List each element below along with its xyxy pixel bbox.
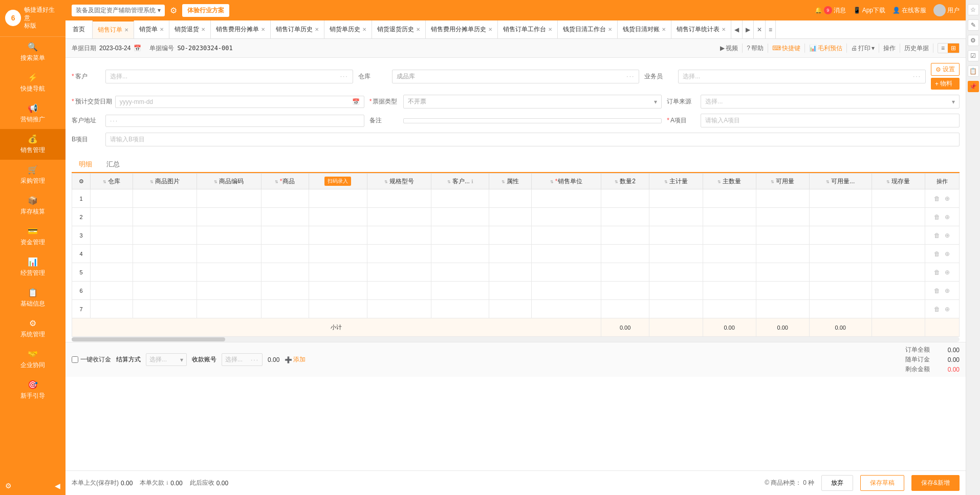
cell-unit-4[interactable] — [532, 245, 601, 263]
cell-spec-1[interactable] — [367, 189, 431, 208]
cell-main-qty-2[interactable] — [703, 208, 756, 226]
save-draft-btn[interactable]: 保存草稿 — [860, 475, 904, 491]
cell-product-6[interactable] — [261, 282, 309, 300]
tab-销货退货[interactable]: 销货退货✕ — [169, 20, 211, 38]
delete-icon-6[interactable]: 🗑 — [934, 287, 940, 294]
cell-code-6[interactable] — [197, 282, 261, 300]
cell-spec-2[interactable] — [367, 208, 431, 226]
tab-销售订单工作台[interactable]: 销售订单工作台✕ — [498, 20, 558, 38]
address-input[interactable]: ··· — [105, 115, 364, 127]
sidebar-item-采购管理[interactable]: 🛒采购管理 — [0, 160, 66, 190]
cell-main-unit-5[interactable] — [649, 263, 703, 282]
cell-customer-code-6[interactable] — [431, 282, 489, 300]
account-select[interactable]: 选择... ··· — [222, 353, 263, 366]
cell-available-2[interactable] — [756, 208, 809, 226]
cell-actions-3[interactable]: 🗑 ⊕ — [925, 226, 959, 245]
b-project-input[interactable]: 请输入B项目 — [105, 133, 960, 146]
cell-code-1[interactable] — [197, 189, 261, 208]
industry-btn[interactable]: 体验行业方案 — [182, 4, 229, 17]
tab-detail[interactable]: 明细 — [72, 157, 99, 173]
cell-spec-5[interactable] — [367, 263, 431, 282]
cell-customer-code-4[interactable] — [431, 245, 489, 263]
sidebar-item-快捷导航[interactable]: ⚡快捷导航 — [0, 68, 66, 98]
notifications[interactable]: 🔔 9 消息 — [815, 6, 846, 15]
batch-settle-input[interactable] — [72, 356, 78, 363]
list-view-btn[interactable]: ≡ — [938, 44, 948, 53]
cell-stock-2[interactable] — [872, 208, 925, 226]
app-name[interactable]: 装备及固定资产辅助管理系统 ▾ — [72, 5, 165, 16]
cell-code-2[interactable] — [197, 208, 261, 226]
cell-barcode-4[interactable] — [309, 245, 367, 263]
cell-unit-7[interactable] — [532, 300, 601, 318]
cell-code-7[interactable] — [197, 300, 261, 318]
cell-image-1[interactable] — [133, 189, 197, 208]
sidebar-item-库存核算[interactable]: 📦库存核算 — [0, 190, 66, 221]
barcode-btn[interactable]: 扫码录入 — [324, 177, 351, 186]
cell-image-3[interactable] — [133, 226, 197, 245]
tab-prev-btn[interactable]: ◀ — [731, 20, 743, 38]
customer-input[interactable]: 选择... ··· — [105, 70, 353, 83]
tab-销货单历史[interactable]: 销货单历史✕ — [324, 20, 372, 38]
cell-main-qty-4[interactable] — [703, 245, 756, 263]
cell-stock-3[interactable] — [872, 226, 925, 245]
cell-actions-5[interactable]: 🗑 ⊕ — [925, 263, 959, 282]
cell-customer-code-3[interactable] — [431, 226, 489, 245]
history-btn[interactable]: 历史单据 — [904, 44, 929, 53]
user-menu[interactable]: 用户 — [933, 4, 960, 16]
cell-image-6[interactable] — [133, 282, 197, 300]
cell-spec-4[interactable] — [367, 245, 431, 263]
cell-available-6[interactable] — [756, 282, 809, 300]
cell-main-unit-3[interactable] — [649, 226, 703, 245]
cell-actions-6[interactable]: 🗑 ⊕ — [925, 282, 959, 300]
cell-customer-code-5[interactable] — [431, 263, 489, 282]
settings-bottom-icon[interactable]: ⚙ — [5, 482, 12, 490]
cell-actions-4[interactable]: 🗑 ⊕ — [925, 245, 959, 263]
cell-customer-code-7[interactable] — [431, 300, 489, 318]
invoice-type-select[interactable]: 不开票 ▾ — [403, 95, 662, 109]
tab-summary[interactable]: 汇总 — [99, 157, 127, 172]
tab-销售订单统计表[interactable]: 销售订单统计表✕ — [671, 20, 731, 38]
shortcut-btn[interactable]: ⌨ 快捷键 — [772, 44, 800, 53]
cell-product-2[interactable] — [261, 208, 309, 226]
cell-spec-7[interactable] — [367, 300, 431, 318]
cell-qty2-5[interactable] — [601, 263, 649, 282]
tab-销售订单[interactable]: 销售订单✕ — [93, 20, 134, 38]
cell-available2-5[interactable] — [809, 263, 872, 282]
cell-warehouse-2[interactable] — [91, 208, 133, 226]
save-new-btn[interactable]: 保存&新增 — [911, 475, 960, 491]
cell-available-1[interactable] — [756, 189, 809, 208]
cell-attribute-2[interactable] — [489, 208, 532, 226]
cell-code-4[interactable] — [197, 245, 261, 263]
material-btn[interactable]: + 物料 — [931, 78, 960, 90]
cell-product-7[interactable] — [261, 300, 309, 318]
sidebar-item-资金管理[interactable]: 💳资金管理 — [0, 221, 66, 252]
cell-qty2-2[interactable] — [601, 208, 649, 226]
add-btn[interactable]: ➕ 添加 — [285, 355, 306, 364]
cell-product-4[interactable] — [261, 245, 309, 263]
view-btn[interactable]: ▶ 视频 — [720, 44, 738, 53]
cell-stock-4[interactable] — [872, 245, 925, 263]
cell-image-7[interactable] — [133, 300, 197, 318]
cell-barcode-1[interactable] — [309, 189, 367, 208]
cell-available2-6[interactable] — [809, 282, 872, 300]
a-project-input[interactable]: 请输入A项目 — [701, 114, 960, 127]
cell-qty2-7[interactable] — [601, 300, 649, 318]
cell-product-1[interactable] — [261, 189, 309, 208]
delete-icon-1[interactable]: 🗑 — [934, 195, 940, 202]
copy-icon-4[interactable]: ⊕ — [945, 250, 950, 257]
delete-icon-4[interactable]: 🗑 — [934, 250, 940, 257]
cell-main-qty-6[interactable] — [703, 282, 756, 300]
cell-spec-6[interactable] — [367, 282, 431, 300]
copy-icon-3[interactable]: ⊕ — [945, 232, 950, 239]
cell-code-5[interactable] — [197, 263, 261, 282]
cell-barcode-5[interactable] — [309, 263, 367, 282]
cell-attribute-7[interactable] — [489, 300, 532, 318]
sidebar-item-系统管理[interactable]: ⚙系统管理 — [0, 313, 66, 344]
cell-code-3[interactable] — [197, 226, 261, 245]
sidebar-item-基础信息[interactable]: 📋基础信息 — [0, 283, 66, 313]
cell-spec-3[interactable] — [367, 226, 431, 245]
tab-close-5[interactable]: ✕ — [315, 27, 319, 32]
right-panel-check[interactable]: ☑ — [968, 50, 979, 61]
sidebar-item-销售管理[interactable]: 💰销售管理 — [0, 129, 66, 160]
tab-销货单[interactable]: 销货单✕ — [134, 20, 169, 38]
